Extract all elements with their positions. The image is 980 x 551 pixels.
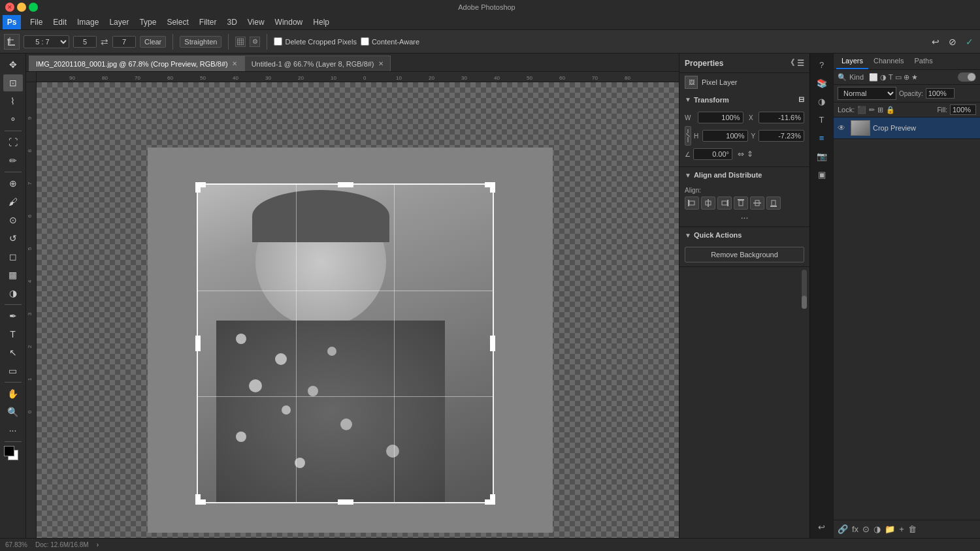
color-swatches[interactable] — [4, 446, 22, 464]
dodge-tool[interactable]: ◑ — [3, 285, 23, 302]
hand-tool[interactable]: ✋ — [3, 385, 23, 402]
menu-layer[interactable]: Layer — [104, 16, 134, 28]
align-left-btn[interactable] — [685, 197, 699, 210]
type-tool[interactable]: T — [3, 326, 23, 343]
crop-tool-icon[interactable] — [4, 34, 20, 50]
kind-pixel-icon[interactable]: ⬜ — [869, 73, 878, 82]
more-align-btn[interactable]: ··· — [685, 212, 804, 223]
remove-background-button[interactable]: Remove Background — [685, 247, 804, 262]
clear-button[interactable]: Clear — [140, 36, 166, 48]
menu-file[interactable]: File — [25, 16, 48, 28]
tab-close-2[interactable]: ✕ — [378, 60, 384, 67]
align-center-v-btn[interactable] — [750, 197, 764, 210]
layers-tab[interactable]: Layers — [836, 54, 868, 69]
type-sidebar-btn[interactable]: T — [813, 111, 831, 128]
close-button[interactable]: ✕ — [5, 3, 14, 12]
layer-new-btn[interactable]: + — [899, 524, 904, 534]
menu-help[interactable]: Help — [308, 16, 335, 28]
menu-image[interactable]: Image — [72, 16, 104, 28]
transform-header[interactable]: ▼ Transform ⊟ — [679, 91, 809, 108]
y-field[interactable] — [759, 130, 804, 142]
spot-healing-tool[interactable]: ⊕ — [3, 175, 23, 192]
menu-view[interactable]: View — [242, 16, 270, 28]
align-center-h-btn[interactable] — [701, 197, 715, 210]
menu-type[interactable]: Type — [134, 16, 161, 28]
maximize-button[interactable] — [29, 3, 38, 12]
adjustment-sidebar-btn[interactable]: ◑ — [813, 93, 831, 110]
lock-artboard-icon[interactable]: ⊞ — [877, 106, 883, 114]
history-brush-tool[interactable]: ↺ — [3, 230, 23, 247]
move-tool[interactable]: ✥ — [3, 56, 23, 73]
kind-shape-icon[interactable]: ▭ — [895, 73, 902, 82]
align-top-btn[interactable] — [734, 197, 748, 210]
content-aware-check[interactable]: Content-Aware — [361, 37, 419, 46]
lock-pixels-icon[interactable]: ✏ — [869, 106, 875, 114]
status-expand-btn[interactable]: › — [97, 541, 99, 548]
eraser-tool[interactable]: ◻ — [3, 248, 23, 265]
lock-all-icon[interactable]: 🔒 — [886, 106, 895, 114]
crop-tool[interactable]: ⛶ — [3, 134, 23, 151]
canvas-viewport[interactable] — [37, 82, 679, 538]
x-field[interactable] — [759, 112, 804, 123]
selection-tool[interactable]: ⊡ — [3, 74, 23, 91]
zoom-tool[interactable]: 🔍 — [3, 403, 23, 420]
shape-tool[interactable]: ▭ — [3, 362, 23, 379]
settings-icon[interactable]: ⚙ — [250, 37, 260, 47]
styles-sidebar-btn[interactable]: ▣ — [813, 166, 831, 183]
gradient-tool[interactable]: ▦ — [3, 266, 23, 283]
pen-tool[interactable]: ✒ — [3, 307, 23, 324]
collapse-icon[interactable]: 《 — [787, 57, 794, 69]
libraries-sidebar-btn[interactable]: 📚 — [813, 74, 831, 91]
menu-3d[interactable]: 3D — [221, 16, 242, 28]
straighten-button[interactable]: Straighten — [180, 36, 221, 48]
opacity-input[interactable] — [926, 88, 955, 99]
properties-sidebar-btn[interactable]: ≡ — [813, 129, 831, 146]
link-proportions-icon[interactable] — [685, 126, 691, 146]
filter-toggle[interactable] — [958, 72, 976, 82]
cancel-crop-button[interactable]: ⊘ — [946, 35, 959, 48]
lock-position-icon[interactable]: ⬛ — [857, 106, 866, 114]
layer-fx-btn[interactable]: fx — [852, 524, 858, 534]
properties-menu-icon[interactable]: ☰ — [797, 59, 804, 68]
align-bottom-btn[interactable] — [766, 197, 781, 210]
layer-adjustment-btn[interactable]: ◑ — [874, 524, 881, 534]
transform-collapse[interactable]: ⊟ — [798, 95, 804, 104]
menu-select[interactable]: Select — [161, 16, 193, 28]
layer-visibility-icon[interactable]: 👁 — [838, 123, 848, 133]
align-right-btn[interactable] — [717, 197, 732, 210]
more-tools-button[interactable]: ··· — [3, 422, 23, 439]
fill-input[interactable] — [950, 104, 976, 115]
stamp-tool[interactable]: ⊙ — [3, 212, 23, 228]
tab-close-1[interactable]: ✕ — [232, 60, 237, 67]
delete-cropped-check[interactable]: Delete Cropped Pixels — [274, 37, 356, 46]
brush-tool[interactable]: 🖌 — [3, 193, 23, 210]
swap-icon[interactable]: ⇄ — [101, 37, 108, 47]
align-header[interactable]: ▼ Align and Distribute — [679, 167, 809, 183]
layer-delete-btn[interactable]: 🗑 — [908, 524, 917, 534]
flip-h-icon[interactable]: ⇔ — [738, 150, 744, 159]
width-field[interactable] — [698, 112, 743, 123]
learn-sidebar-btn[interactable]: ? — [813, 56, 831, 73]
kind-adjustment-icon[interactable]: ◑ — [880, 73, 887, 82]
eyedropper-tool[interactable]: ✏ — [3, 152, 23, 169]
commit-crop-button[interactable]: ✓ — [963, 35, 976, 48]
tab-img1[interactable]: IMG_20201108_0001.jpg @ 67.8% (Crop Prev… — [29, 55, 244, 71]
tab-img2[interactable]: Untitled-1 @ 66.7% (Layer 8, RGB/8#) ✕ — [244, 55, 391, 71]
grid-icon[interactable] — [235, 37, 246, 47]
paths-tab[interactable]: Paths — [909, 54, 938, 69]
path-select-tool[interactable]: ↖ — [3, 344, 23, 361]
menu-filter[interactable]: Filter — [194, 16, 222, 28]
ratio-select[interactable]: 5 : 7 — [24, 35, 69, 48]
quick-actions-header[interactable]: ▼ Quick Actions — [679, 227, 809, 243]
scrollbar[interactable] — [802, 270, 807, 309]
camera-sidebar-btn[interactable]: 📷 — [813, 148, 831, 165]
channels-tab[interactable]: Channels — [868, 54, 909, 69]
height-input[interactable] — [112, 36, 136, 48]
undo-sidebar-btn[interactable]: ↩ — [813, 518, 831, 535]
quick-select-tool[interactable]: ⚬ — [3, 111, 23, 128]
blend-mode-select[interactable]: Normal — [838, 87, 896, 100]
menu-window[interactable]: Window — [270, 16, 308, 28]
layer-group-btn[interactable]: 📁 — [885, 524, 895, 534]
undo-button[interactable]: ↩ — [929, 35, 942, 48]
width-input[interactable] — [73, 36, 97, 48]
